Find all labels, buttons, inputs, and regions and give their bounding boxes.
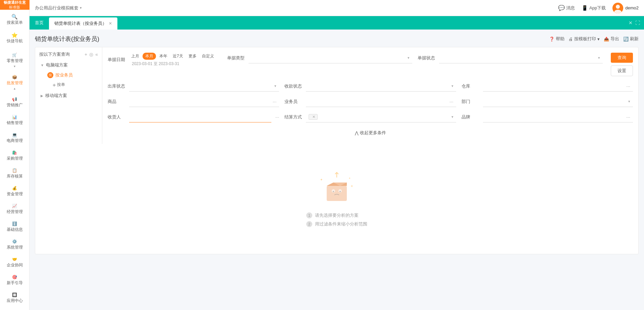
user-menu[interactable]: demo2 bbox=[612, 3, 639, 13]
sidebar-item-purchase[interactable]: 🛍️ 采购管理 bbox=[0, 147, 30, 165]
close-window-button[interactable]: ✕ bbox=[629, 20, 633, 25]
sidebar-item-enterprise[interactable]: 🤝 企业协同 bbox=[0, 254, 30, 271]
settlement-tag-remove[interactable]: ✕ bbox=[312, 115, 315, 119]
query-button[interactable]: 查询 bbox=[611, 53, 633, 63]
sidebar-item-retail[interactable]: 🛒 零售管理 ▾ bbox=[0, 49, 30, 71]
empty-illustration: ✦ ✦ ✦ bbox=[317, 171, 357, 204]
refresh-button[interactable]: 🔄 刷新 bbox=[623, 36, 639, 42]
sidebar-item-app-center[interactable]: 🔲 应用中心 bbox=[0, 289, 30, 307]
date-tab-last-month[interactable]: 上月 bbox=[129, 53, 141, 60]
export-button[interactable]: 📤 导出 bbox=[604, 36, 619, 42]
sidebar-item-basic-info[interactable]: ℹ️ 基础信息 bbox=[0, 218, 30, 236]
salesperson-select[interactable]: ··· bbox=[306, 96, 456, 107]
tab-home[interactable]: 首页 bbox=[30, 16, 49, 30]
salesperson-dots[interactable]: ··· bbox=[449, 99, 453, 104]
phone-icon: 📱 bbox=[582, 5, 588, 11]
brand-dots[interactable]: ··· bbox=[626, 114, 630, 120]
out-status-select[interactable]: ▾ bbox=[129, 81, 279, 92]
app-download-button[interactable]: 📱 App下载 bbox=[582, 5, 606, 11]
tree-child-by-salesperson[interactable]: 按 按业务员 bbox=[38, 70, 99, 80]
print-button[interactable]: 🖨 按模板打印 ▾ bbox=[569, 36, 600, 42]
tip-text-2: 用过滤条件来缩小分析范围 bbox=[315, 221, 367, 227]
tip-text-1: 请先选择要分析的方案 bbox=[315, 212, 359, 218]
collapse-button[interactable]: ⋀ 收起更多条件 bbox=[355, 130, 386, 136]
out-status-dropdown-icon: ▾ bbox=[274, 84, 276, 88]
tab-close-icon[interactable]: ✕ bbox=[109, 21, 112, 26]
message-button[interactable]: 💬 消息 bbox=[558, 5, 575, 11]
tip-num-2: 2 bbox=[306, 221, 312, 227]
brand-field: 品牌 ··· bbox=[462, 112, 633, 122]
settlement-field: 结算方式 ✕ ▾ bbox=[284, 112, 456, 122]
warehouse-select[interactable]: ··· bbox=[483, 81, 633, 92]
sidebar-item-search[interactable]: 🔍 搜索菜单 bbox=[7, 10, 23, 28]
receipt-status-dropdown-icon: ▾ bbox=[451, 84, 453, 88]
doc-type-select[interactable]: ▾ bbox=[249, 53, 412, 63]
filter-sidebar-icons: + ◎ « bbox=[85, 52, 98, 57]
receiver-dots[interactable]: ··· bbox=[275, 114, 279, 120]
sidebar-item-system[interactable]: ⚙️ 系统管理 bbox=[0, 236, 30, 254]
tree-subchild-by-order[interactable]: ◈ 按单 bbox=[38, 80, 99, 89]
sidebar-item-wholesale[interactable]: 📦 批发管理 ▴ bbox=[0, 71, 30, 94]
goods-select[interactable]: ··· bbox=[129, 96, 279, 107]
sidebar-item-finance[interactable]: 💰 资金管理 bbox=[0, 183, 30, 200]
filter-layout: 按以下方案查询 + ◎ « ▼ 电脑端方案 bbox=[35, 47, 638, 144]
username-text: demo2 bbox=[625, 5, 639, 10]
empty-tips: 1 请先选择要分析的方案 2 用过滤条件来缩小分析范围 bbox=[306, 212, 367, 227]
sidebar-item-operations[interactable]: 📈 经营管理 bbox=[0, 200, 30, 218]
help-icon: ❓ bbox=[549, 37, 554, 42]
tree-parent-desktop[interactable]: ▼ 电脑端方案 bbox=[38, 60, 99, 70]
goods-dots[interactable]: ··· bbox=[273, 99, 277, 104]
tip-num-1: 1 bbox=[306, 212, 312, 218]
date-tab-more[interactable]: 更多 bbox=[186, 53, 199, 60]
add-scheme-button[interactable]: + bbox=[85, 52, 87, 57]
tab-sales-stats-label: 销货单统计表（按业务员） bbox=[54, 20, 107, 27]
tree-expand-icon: ▼ bbox=[41, 63, 44, 67]
date-tab-this-month[interactable]: 本月 bbox=[143, 53, 156, 60]
order-scheme-icon: ◈ bbox=[53, 83, 56, 87]
brand-select[interactable]: ··· bbox=[483, 112, 633, 122]
refresh-icon: 🔄 bbox=[623, 37, 629, 42]
receipt-status-select[interactable]: ▾ bbox=[306, 81, 456, 92]
dept-select[interactable]: ▾ bbox=[483, 96, 633, 107]
date-tab-this-year[interactable]: 本年 bbox=[157, 53, 169, 60]
doc-type-dropdown-icon: ▾ bbox=[408, 56, 410, 60]
help-button[interactable]: ❓ 帮助 bbox=[549, 36, 565, 42]
receiver-input[interactable] bbox=[129, 112, 271, 122]
filter-actions: 查询 设置 bbox=[611, 53, 633, 76]
date-tab-7days[interactable]: 近7天 bbox=[171, 53, 185, 60]
dept-label: 部门 bbox=[462, 99, 480, 105]
app-name[interactable]: 办公用品行业模拟账套 ▾ bbox=[35, 5, 82, 11]
sidebar-item-wechat[interactable]: 💬 企业微信 bbox=[0, 307, 30, 310]
sidebar-item-marketing[interactable]: 📢 营销推广 bbox=[0, 94, 30, 111]
app-download-label: App下载 bbox=[589, 5, 606, 11]
goods-label: 商品 bbox=[108, 99, 126, 105]
date-tabs: 上月 本月 本年 近7天 更多 自定义 bbox=[129, 53, 216, 60]
receipt-status-field: 收款状态 ▾ bbox=[284, 81, 456, 92]
tab-sales-stats[interactable]: 销货单统计表（按业务员） ✕ bbox=[49, 17, 117, 30]
settlement-label: 结算方式 bbox=[284, 114, 303, 120]
sidebar-item-inventory[interactable]: 📋 库存核算 bbox=[0, 165, 30, 183]
doc-status-select[interactable]: ▾ bbox=[439, 53, 603, 63]
sidebar-item-ecommerce[interactable]: 💻 电商管理 bbox=[0, 129, 30, 147]
out-status-label: 出库状态 bbox=[108, 83, 126, 89]
message-label: 消息 bbox=[566, 5, 575, 11]
maximize-window-button[interactable]: ⛶ bbox=[635, 20, 640, 25]
tree-group-mobile: ▶ 移动端方案 bbox=[38, 91, 99, 101]
date-tab-custom[interactable]: 自定义 bbox=[200, 53, 216, 60]
collapse-sidebar-button[interactable]: « bbox=[95, 52, 98, 57]
main-area: 办公用品行业模拟账套 ▾ 💬 消息 📱 App下载 de bbox=[30, 0, 644, 310]
warehouse-dots[interactable]: ··· bbox=[626, 84, 630, 89]
brand-label: 品牌 bbox=[462, 114, 480, 120]
doc-status-dropdown-icon: ▾ bbox=[598, 56, 600, 60]
tree-parent-mobile[interactable]: ▶ 移动端方案 bbox=[38, 91, 99, 101]
date-tabs-row: 上月 本月 本年 近7天 更多 自定义 bbox=[129, 53, 216, 60]
settings-button[interactable]: 设置 bbox=[611, 65, 633, 76]
sidebar-item-sales[interactable]: 📊 销售管理 bbox=[0, 111, 30, 129]
sidebar-item-guide[interactable]: 🎯 新手引导 bbox=[0, 271, 30, 289]
collapse-up-icon: ⋀ bbox=[355, 131, 359, 136]
settlement-select[interactable]: ✕ ▾ bbox=[306, 112, 456, 122]
edit-scheme-button[interactable]: ◎ bbox=[89, 52, 93, 57]
date-range-display: 2023-03-01 至 2023-03-31 bbox=[132, 61, 216, 67]
tab-window-controls: ✕ ⛶ bbox=[629, 20, 644, 25]
sidebar-item-shortcuts[interactable]: ⭐ 快捷导航 bbox=[7, 28, 23, 47]
